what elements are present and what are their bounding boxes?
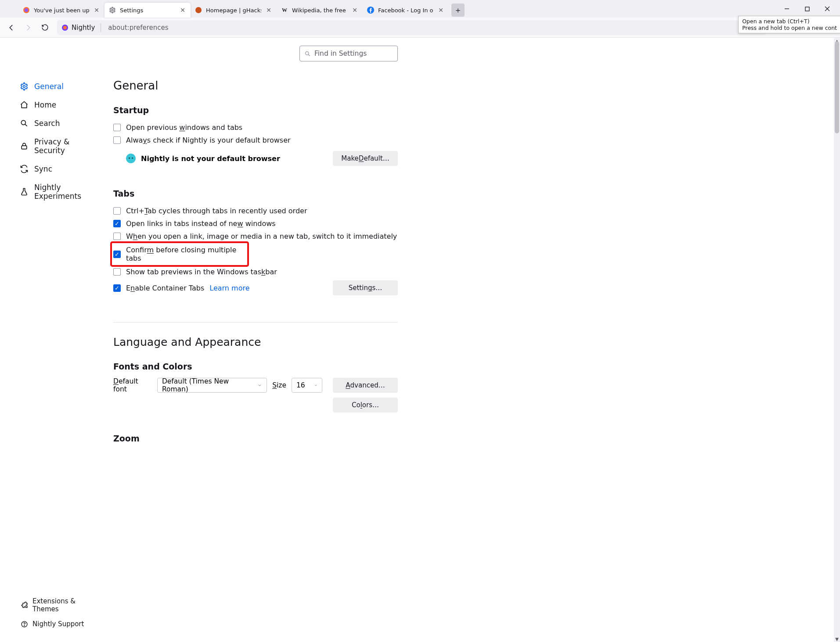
pref-label: When you open a link, image or media in … [126, 232, 397, 240]
support-link[interactable]: Nightly Support [0, 617, 105, 631]
colors-row: Colors… [113, 398, 398, 412]
make-default-button[interactable]: Make Default… [333, 151, 398, 166]
pref-open-links-in-tabs[interactable]: ✓ Open links in tabs instead of new wind… [113, 217, 398, 230]
svg-point-3 [195, 7, 202, 13]
tab-ghacks[interactable]: Homepage | gHacks Techn ✕ [191, 3, 277, 18]
section-startup: Startup [113, 105, 840, 115]
category-label: Search [34, 119, 60, 128]
checkbox-checked[interactable]: ✓ [113, 220, 121, 227]
vertical-scrollbar[interactable]: ▲ ▼ [834, 38, 840, 642]
tab-strip: You've just been upgraded ✕ Settings ✕ H… [0, 0, 840, 18]
close-icon[interactable]: ✕ [93, 7, 100, 14]
sync-icon [19, 164, 29, 174]
flask-icon [19, 187, 29, 197]
search-icon [304, 50, 311, 57]
pref-container-tabs[interactable]: ✓ Enable Container Tabs Learn more Setti… [113, 278, 398, 298]
svg-point-2 [112, 9, 113, 11]
pref-label: Always check if Nightly is your default … [126, 136, 291, 144]
search-placeholder: Find in Settings [314, 50, 367, 57]
minimize-button[interactable] [777, 2, 797, 16]
category-experiments[interactable]: Nightly Experiments [0, 178, 105, 205]
link-label: Extensions & Themes [32, 597, 99, 613]
close-icon[interactable]: ✕ [265, 7, 272, 14]
pref-ctrl-tab[interactable]: Ctrl+Tab cycles through tabs in recently… [113, 204, 398, 217]
tab-upgraded[interactable]: You've just been upgraded ✕ [18, 3, 105, 18]
nightly-icon [61, 24, 68, 31]
checkbox[interactable] [113, 233, 121, 240]
close-icon[interactable]: ✕ [179, 7, 186, 14]
pref-label: Open links in tabs instead of new window… [126, 219, 276, 228]
category-label: Privacy & Security [34, 137, 99, 155]
close-icon[interactable]: ✕ [437, 7, 444, 14]
help-icon [20, 620, 28, 628]
tooltip-line1: Open a new tab (Ctrl+T) [742, 18, 837, 25]
colors-button[interactable]: Colors… [333, 398, 398, 412]
maximize-button[interactable] [797, 2, 817, 16]
category-label: General [34, 82, 64, 91]
font-size-select[interactable]: 16 [292, 378, 322, 393]
pref-label: Ctrl+Tab cycles through tabs in recently… [126, 207, 307, 215]
section-zoom: Zoom [113, 434, 840, 443]
pref-label: Confirm before closing multiple tabs [126, 246, 245, 262]
firefox-icon [23, 7, 30, 14]
checkbox[interactable] [113, 207, 121, 215]
pref-always-check-default[interactable]: Always check if Nightly is your default … [113, 134, 398, 147]
default-font-label: Default font [113, 377, 152, 393]
container-settings-button[interactable]: Settings… [333, 280, 398, 295]
select-value: Default (Times New Roman) [162, 377, 249, 393]
pref-confirm-close-multiple[interactable]: ✓ Confirm before closing multiple tabs [112, 243, 248, 265]
extensions-link[interactable]: Extensions & Themes [0, 594, 105, 617]
gear-icon [109, 7, 116, 14]
category-sync[interactable]: Sync [0, 160, 105, 178]
checkbox-checked[interactable]: ✓ [113, 251, 121, 258]
pref-switch-immediately[interactable]: When you open a link, image or media in … [113, 230, 398, 243]
svg-rect-6 [805, 7, 809, 11]
checkbox[interactable] [113, 124, 121, 131]
category-general[interactable]: General [0, 77, 105, 96]
not-default-text: Nightly is not your default browser [141, 154, 280, 163]
pref-label: Enable Container Tabs [126, 284, 204, 292]
section-fonts: Fonts and Colors [113, 362, 840, 371]
identity-label: Nightly [72, 24, 95, 32]
nav-toolbar: Nightly about:preferences [0, 18, 840, 38]
close-icon[interactable]: ✕ [351, 7, 358, 14]
new-tab-button[interactable]: ＋ [451, 4, 465, 17]
scroll-thumb[interactable] [835, 41, 839, 133]
url-bar[interactable]: Nightly about:preferences [57, 20, 766, 35]
pref-taskbar-previews[interactable]: Show tab previews in the Windows taskbar [113, 265, 398, 278]
pref-label: Open previous windows and tabs [126, 123, 242, 132]
learn-more-link[interactable]: Learn more [209, 284, 249, 292]
identity-box[interactable]: Nightly [61, 23, 104, 32]
window-controls [777, 0, 837, 18]
category-label: Home [34, 100, 56, 109]
tab-facebook[interactable]: Facebook - Log In or Sign U ✕ [363, 3, 449, 18]
reload-button[interactable] [38, 21, 52, 35]
preferences-body: General Home Search Privacy & Security S… [0, 38, 840, 642]
checkbox-checked[interactable]: ✓ [113, 284, 121, 292]
pref-open-previous[interactable]: Open previous windows and tabs [113, 121, 398, 134]
tab-wikipedia[interactable]: W Wikipedia, the free encyclop ✕ [277, 3, 363, 18]
tab-settings[interactable]: Settings ✕ [105, 3, 191, 18]
category-search[interactable]: Search [0, 114, 105, 133]
scroll-down-arrow[interactable]: ▼ [834, 636, 840, 642]
svg-point-1 [25, 8, 28, 12]
back-button[interactable] [4, 21, 18, 35]
sidebar-bottom: Extensions & Themes Nightly Support [0, 594, 105, 642]
pref-label: Show tab previews in the Windows taskbar [126, 268, 277, 276]
category-privacy[interactable]: Privacy & Security [0, 133, 105, 160]
sad-face-icon: •• [126, 154, 136, 163]
find-in-settings[interactable]: Find in Settings [299, 46, 398, 61]
chevron-down-icon [314, 383, 317, 388]
category-home[interactable]: Home [0, 96, 105, 114]
checkbox[interactable] [113, 268, 121, 276]
fonts-advanced-button[interactable]: Advanced… [333, 378, 398, 393]
checkbox[interactable] [113, 136, 121, 144]
tab-title: Wikipedia, the free encyclop [292, 7, 347, 14]
default-font-select[interactable]: Default (Times New Roman) [157, 378, 267, 393]
close-window-button[interactable] [817, 2, 837, 16]
separator [101, 23, 101, 32]
svg-rect-14 [22, 146, 27, 149]
default-font-row: Default font Default (Times New Roman) S… [113, 377, 398, 393]
forward-button[interactable] [21, 21, 35, 35]
size-label: Size [272, 381, 286, 389]
